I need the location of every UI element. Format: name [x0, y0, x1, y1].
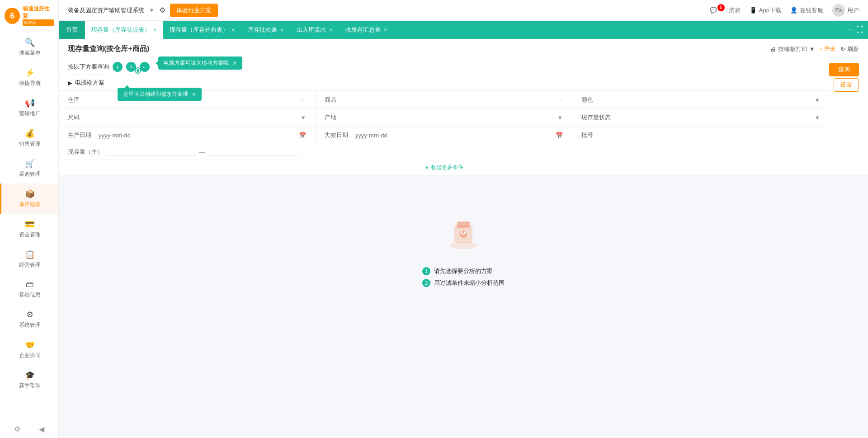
tab-close-inventory-dist[interactable]: ✕: [231, 27, 235, 33]
experience-button[interactable]: 体验行业方案: [170, 4, 218, 17]
filter-origin: 产地 ··· ▼: [316, 109, 572, 126]
main-content: 装备及固定资产辅助管理系统 ▼ ⚙ 体验行业方案 💬 6 消息 📱 App下载 …: [59, 0, 868, 438]
stock-status-arrow-icon[interactable]: ▼: [814, 114, 820, 121]
search-form: 按以下方案查询 + ✎ ← 电脑方案可设为移动方案哦 ✕: [59, 59, 868, 175]
tab-receive-summary[interactable]: 收发存汇总表 ✕: [339, 21, 394, 39]
filter-row-2: 尺码 ▼ 产地 ··· ▼ 现存量状态: [59, 108, 829, 126]
tab-close-inventory-status[interactable]: ✕: [153, 27, 157, 33]
sidebar-item-basic-info[interactable]: 🗃 基础信息: [0, 274, 58, 304]
sidebar-item-purchase[interactable]: 🛒 采购管理: [0, 153, 58, 184]
collapse-label: 收起更多条件: [431, 164, 463, 171]
filter-size: 尺码 ▼: [59, 109, 316, 126]
sidebar-item-newbie[interactable]: 🎓 新手引导: [0, 365, 58, 395]
expiry-date-label: 失效日期: [325, 131, 352, 139]
tab-inventory-dist[interactable]: 现存量（库存分布表） ✕: [163, 21, 241, 39]
filter-stock-status: 现存量状态 ▼: [572, 109, 829, 126]
online-support-action[interactable]: 👤 在线客服: [790, 6, 823, 14]
sidebar: 6 畅通道好生意 标准版 🔍 搜索菜单 ⚡ 快捷导航 📢 营销推广 💰 销售管理: [0, 0, 59, 438]
sidebar-settings-btn[interactable]: ⚙: [14, 425, 20, 433]
sidebar-item-quick-nav[interactable]: ⚡ 快捷导航: [0, 62, 58, 93]
tab-minimize-icon[interactable]: ─: [848, 26, 853, 34]
tab-batch-account[interactable]: 库存批次账 ✕: [241, 21, 290, 39]
refresh-icon: ↻: [840, 46, 845, 52]
warehouse-dots-icon[interactable]: ···: [301, 97, 306, 104]
sidebar-item-operations[interactable]: 📋 经营管理: [0, 244, 58, 274]
search-button[interactable]: 查询: [829, 63, 859, 76]
header-settings-btn[interactable]: ⚙: [159, 6, 165, 14]
tab-home[interactable]: 首页: [59, 21, 85, 39]
tab-actions: ─ ⛶: [843, 26, 868, 34]
settings-button[interactable]: 设置: [834, 78, 859, 92]
origin-input[interactable]: [355, 114, 545, 121]
qty-to-input[interactable]: [208, 148, 298, 155]
qty-label: 现存量（主）: [68, 148, 103, 156]
logo-icon: 6: [5, 8, 20, 24]
operations-icon: 📋: [25, 250, 35, 259]
sidebar-item-system[interactable]: ⚙ 系统管理: [0, 304, 58, 334]
tab-close-receive-summary[interactable]: ✕: [383, 27, 387, 33]
stock-status-label: 现存量状态: [581, 113, 611, 122]
origin-dots-icon[interactable]: ···: [548, 114, 553, 121]
origin-arrow-icon[interactable]: ▼: [557, 114, 563, 121]
color-input[interactable]: [612, 97, 811, 104]
header-left: 装备及固定资产辅助管理系统 ▼ ⚙ 体验行业方案: [68, 4, 218, 17]
sidebar-item-sales[interactable]: 💰 销售管理: [0, 123, 58, 153]
batch-no-input[interactable]: [612, 132, 820, 139]
svg-point-5: [464, 231, 466, 233]
size-arrow-icon[interactable]: ▼: [300, 114, 306, 121]
production-date-label: 生产日期: [68, 131, 95, 139]
quick-nav-icon: ⚡: [25, 68, 35, 78]
search-scheme-row: 按以下方案查询 + ✎ ← 电脑方案可设为移动方案哦 ✕: [59, 59, 829, 75]
search-menu-icon: 🔍: [25, 38, 35, 47]
top-header: 装备及固定资产辅助管理系统 ▼ ⚙ 体验行业方案 💬 6 消息 📱 App下载 …: [59, 0, 868, 21]
expiry-date-calendar-icon[interactable]: 📅: [556, 132, 563, 139]
size-input[interactable]: [99, 114, 297, 121]
search-back-button[interactable]: ←: [140, 62, 150, 72]
qty-from-input[interactable]: [106, 148, 196, 155]
system-dropdown-icon[interactable]: ▼: [149, 7, 155, 14]
purchase-icon: 🛒: [25, 159, 35, 169]
support-icon: 👤: [790, 7, 797, 14]
tab-close-batch-account[interactable]: ✕: [280, 27, 284, 33]
pc-scheme-item[interactable]: ▶ 电脑端方案: [68, 77, 820, 89]
export-button[interactable]: ↑ 导出: [820, 45, 836, 53]
step-2-num: 2: [422, 279, 430, 287]
tab-in-out-flow[interactable]: 出入库流水 ✕: [290, 21, 339, 39]
scheme-tooltip-2-close[interactable]: ✕: [192, 91, 196, 98]
filter-batch-no: 批号: [572, 127, 829, 144]
print-icon: 🖨: [770, 46, 776, 52]
print-button[interactable]: 🖨 按模板打印 ▼: [770, 45, 815, 53]
sidebar-item-finance[interactable]: 💳 资金管理: [0, 214, 58, 244]
user-action[interactable]: Ea 用户: [832, 4, 859, 17]
app-download-action[interactable]: 📱 App下载: [750, 6, 781, 14]
sidebar-item-search-menu[interactable]: 🔍 搜索菜单: [0, 32, 58, 62]
sales-icon: 💰: [25, 128, 35, 138]
refresh-button[interactable]: ↻ 刷新: [840, 45, 859, 53]
tab-close-in-out-flow[interactable]: ✕: [329, 27, 333, 33]
tab-inventory-status[interactable]: 现存量（库存状况表） ✕: [85, 21, 163, 39]
scheme-tooltip-1-close[interactable]: ✕: [232, 60, 237, 66]
scheme-tooltip-1: 电脑方案可设为移动方案哦 ✕: [158, 57, 242, 70]
warehouse-label: 仓库: [68, 96, 95, 104]
search-add-button[interactable]: +: [113, 62, 123, 72]
empty-illustration: [441, 212, 486, 258]
tree-collapse-icon: ▶: [68, 80, 72, 86]
svg-point-4: [461, 231, 462, 233]
message-action[interactable]: 💬 6 消息: [710, 6, 741, 14]
tab-fullscreen-icon[interactable]: ⛶: [856, 26, 863, 34]
size-label: 尺码: [68, 113, 95, 122]
sidebar-item-marketing[interactable]: 📢 营销推广: [0, 93, 58, 123]
production-date-input[interactable]: [99, 132, 295, 139]
collapse-bar[interactable]: ∧ 收起更多条件: [59, 160, 829, 175]
sidebar-collapse-btn[interactable]: ◀: [39, 425, 44, 433]
sidebar-item-enterprise[interactable]: 🤝 企业协同: [0, 334, 58, 365]
search-edit-button[interactable]: ✎: [126, 62, 136, 72]
stock-status-input[interactable]: [614, 114, 811, 121]
sidebar-item-inventory[interactable]: 📦 库存核算: [0, 184, 58, 214]
expiry-date-input[interactable]: [355, 132, 552, 139]
goods-dots-icon[interactable]: ···: [558, 97, 563, 104]
sidebar-nav: 🔍 搜索菜单 ⚡ 快捷导航 📢 营销推广 💰 销售管理 🛒 采购管理 📦: [0, 32, 58, 420]
goods-input[interactable]: [355, 97, 554, 104]
color-arrow-icon[interactable]: ▼: [814, 97, 820, 104]
production-date-calendar-icon[interactable]: 📅: [299, 132, 306, 139]
